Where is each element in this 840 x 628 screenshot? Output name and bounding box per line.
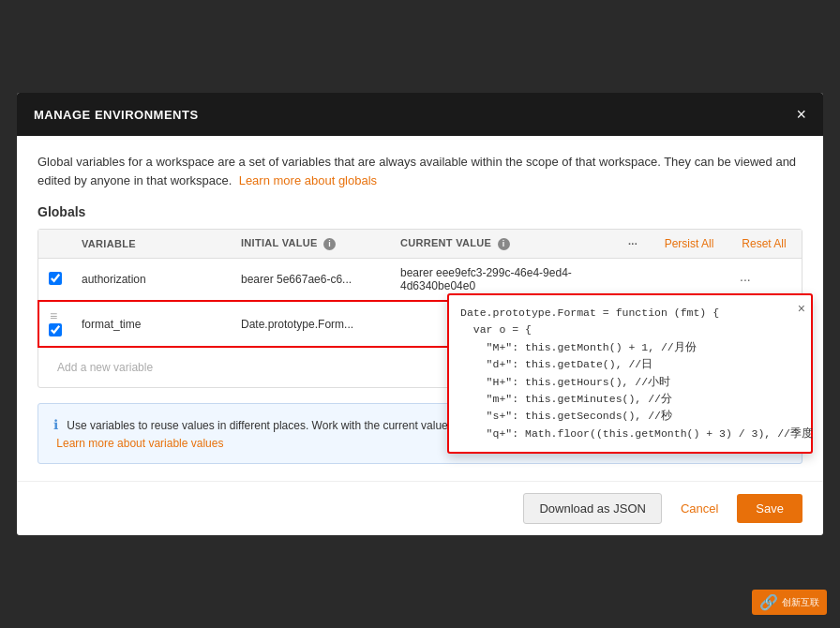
watermark-text: 创新互联 [782,596,819,609]
current-value-info-icon: i [498,238,510,250]
drag-handle-icon: ≡ [50,308,57,323]
row1-initial-value[interactable]: bearer 5e667ae6-c6... [232,259,391,301]
row2-checkbox-cell: ≡ [38,301,72,348]
th-persist-all: Persist All [652,230,727,259]
popup-editor-close-button[interactable]: × [798,301,805,316]
code-block[interactable]: Date.prototype.Format = function (fmt) {… [460,305,800,442]
th-dots [614,230,652,259]
row2-variable: format_time [72,301,232,348]
watermark: 🔗 创新互联 [752,590,827,615]
modal-overlay: MANAGE ENVIRONMENTS × Global variables f… [0,0,840,628]
row1-checkbox[interactable] [49,272,62,285]
modal-header: MANAGE ENVIRONMENTS × [17,93,823,136]
description-text: Global variables for a workspace are a s… [38,153,802,189]
th-initial-value: INITIAL VALUE i [232,230,391,259]
popup-editor: × Date.prototype.Format = function (fmt)… [447,293,813,454]
manage-environments-modal: MANAGE ENVIRONMENTS × Global variables f… [17,93,823,535]
modal-close-button[interactable]: × [796,106,806,123]
persist-all-button[interactable]: Persist All [665,237,714,250]
th-variable: VARIABLE [72,230,232,259]
cancel-button[interactable]: Cancel [671,494,728,523]
row1-variable: authorization [72,259,232,301]
table-header-row: VARIABLE INITIAL VALUE i CURRENT VALUE i [38,230,802,259]
initial-value-info-icon: i [323,238,336,250]
download-json-button[interactable]: Download as JSON [523,493,661,524]
modal-body: Global variables for a workspace are a s… [17,136,823,481]
row1-checkbox-cell [38,259,72,301]
row2-checkbox[interactable] [49,323,62,336]
th-checkbox [38,230,72,259]
learn-more-variable-link[interactable]: Learn more about variable values [56,437,223,450]
globals-table-container: VARIABLE INITIAL VALUE i CURRENT VALUE i [38,229,802,388]
popup-editor-header: × [798,301,805,316]
th-reset-all: Reset All [727,230,802,259]
learn-more-globals-link[interactable]: Learn more about globals [239,173,377,187]
reset-all-button[interactable]: Reset All [742,237,786,250]
globals-section-title: Globals [38,204,802,219]
th-current-value: CURRENT VALUE i [391,230,614,259]
modal-footer: Download as JSON Cancel Save [17,481,823,535]
row2-initial-value[interactable]: Date.prototype.Form... [232,301,391,348]
row1-more-button[interactable]: ··· [736,272,755,287]
save-button[interactable]: Save [737,494,802,523]
info-icon: ℹ [53,417,58,432]
modal-title: MANAGE ENVIRONMENTS [34,108,199,122]
